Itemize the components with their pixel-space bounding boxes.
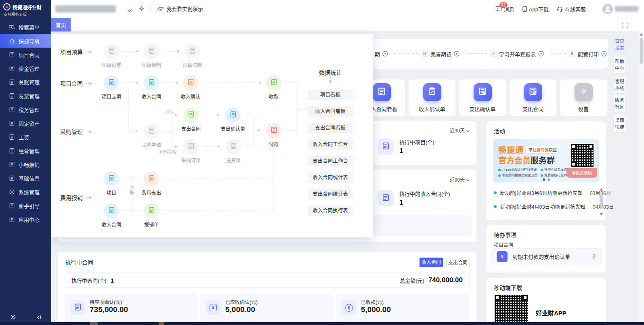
- stepper-step-partial[interactable]: 期: [375, 49, 388, 58]
- play-icon[interactable]: [382, 51, 388, 57]
- stats-button-income-stats[interactable]: 收入合同统计表: [308, 172, 353, 183]
- flow-node-fee-expense[interactable]: 费用支出: [133, 171, 170, 196]
- app-download-button[interactable]: App下载: [522, 5, 549, 13]
- kpi-value: 1: [399, 147, 434, 155]
- stats-button-income-workbench[interactable]: 收入合同工作台: [308, 139, 353, 150]
- document-icon: [148, 207, 155, 215]
- tool-service-hotline[interactable]: 客服热线: [614, 77, 625, 93]
- settings-gear-icon[interactable]: [10, 314, 16, 320]
- scroll-down-icon[interactable]: [600, 213, 603, 216]
- app-window: 畅捷通好业财 商务服务专版 搜索菜单 快捷导航 项目合同 资金管理 总账管理 发…: [0, 0, 644, 325]
- shortcut-income-confirm[interactable]: 收入确认单: [409, 80, 455, 116]
- sidebar-item-tax[interactable]: 税务管理: [0, 103, 51, 116]
- tool-service-community[interactable]: 服务社区: [614, 95, 625, 112]
- expense-contract-toggle[interactable]: 支出合同: [446, 258, 470, 267]
- news-item[interactable]: 新功能|好业财3月6日功能更新抢先知 03月06日: [494, 189, 611, 197]
- stepper-step-8[interactable]: 8 配置打印: [568, 49, 607, 58]
- sidebar-item-search-menu[interactable]: 搜索菜单: [0, 20, 51, 34]
- stats-button-expense-stats[interactable]: 支出合同统计表: [308, 189, 353, 199]
- tab-home[interactable]: 首页: [51, 18, 71, 31]
- flow-node-budget-control[interactable]: 预算控制: [174, 44, 210, 68]
- document-icon: [148, 47, 155, 56]
- flow-node-income-confirm[interactable]: 收入确认: [172, 75, 209, 100]
- news-item[interactable]: 新功能|好业财4月03日功能更新抢先知 04月03日: [494, 203, 614, 210]
- topbar-gear-icon[interactable]: [138, 6, 145, 13]
- stats-button-expense-workbench[interactable]: 支出合同工作台: [308, 156, 353, 166]
- document-icon: [187, 79, 194, 87]
- flow-node-project-init[interactable]: 项目立项: [93, 75, 130, 100]
- play-icon[interactable]: [538, 51, 544, 57]
- page-scrollbar[interactable]: [638, 31, 644, 325]
- range-select[interactable]: 近90天: [450, 176, 469, 183]
- username-redacted: [615, 6, 638, 12]
- sidebar-item-basic-info[interactable]: 基础信息: [0, 171, 51, 185]
- sidebar-item-salary[interactable]: 工资: [0, 130, 51, 144]
- company-name-redacted[interactable]: [55, 5, 116, 13]
- range-select[interactable]: 近90天: [450, 127, 469, 134]
- panel-title: 待办事项: [494, 231, 516, 239]
- carousel-dots[interactable]: [543, 178, 550, 181]
- invoice-icon: [8, 93, 15, 99]
- sidebar-item-operations[interactable]: 经营管理: [0, 144, 51, 157]
- flow-node-budget-setup[interactable]: 预算设置: [93, 44, 130, 68]
- flow-node-purchase-order[interactable]: 采购订单: [173, 139, 209, 164]
- sidebar-item-app-center[interactable]: 应用中心: [0, 212, 51, 226]
- messages-button[interactable]: 消息 62: [495, 5, 514, 13]
- sidebar-item-quick-nav[interactable]: 快捷导航: [0, 34, 51, 48]
- demo-link[interactable]: 我要看实例演示: [157, 5, 203, 13]
- stats-button-expense-board[interactable]: 支出合同看板: [308, 123, 353, 133]
- app-name: 好业财APP: [536, 308, 566, 317]
- company-select-chevron-icon[interactable]: [127, 6, 132, 14]
- project-contract-icon: [8, 52, 15, 58]
- contract-count: 1: [111, 277, 114, 284]
- collapse-sidebar-icon[interactable]: [36, 315, 42, 320]
- sidebar-item-xiaochang-expense[interactable]: 小畅报销: [0, 157, 51, 171]
- sidebar-item-project-contract[interactable]: 项目合同: [0, 48, 51, 61]
- shortcut-expense-confirm[interactable]: 支出确认单: [459, 80, 506, 116]
- flow-node-receipt[interactable]: 收款: [256, 75, 292, 100]
- sidebar-item-system[interactable]: 系统管理: [0, 185, 51, 199]
- avatar: [602, 4, 613, 14]
- scroll-up-icon[interactable]: [600, 188, 603, 191]
- flow-node-purchase-request[interactable]: 采购申请: [133, 124, 170, 148]
- gear-icon: [581, 88, 587, 96]
- scroll-thumb[interactable]: [600, 195, 603, 209]
- flow-node-expense-contract[interactable]: 支出合同: [173, 107, 209, 132]
- tool-desktop-shortcut[interactable]: 桌面快捷: [614, 115, 625, 132]
- stepper-step-6[interactable]: 6 完善期初: [421, 49, 459, 58]
- sidebar-item-fixed-assets[interactable]: 固定资产: [0, 116, 51, 130]
- flow-node-payment[interactable]: 付款: [256, 123, 292, 147]
- flow-node-income-contract-2[interactable]: 收入合同: [93, 203, 130, 228]
- shortcut-expense-contract[interactable]: 支出合同: [510, 80, 556, 116]
- scroll-up-icon[interactable]: [640, 33, 643, 36]
- scroll-thumb[interactable]: [640, 38, 643, 64]
- sidebar-item-funds[interactable]: 资金管理: [0, 61, 51, 75]
- tool-help-center[interactable]: 帮助中心: [614, 57, 625, 73]
- stats-button-project-board[interactable]: 项目看板: [308, 90, 353, 100]
- funds-icon: [8, 65, 15, 71]
- play-icon[interactable]: [454, 51, 459, 57]
- todo-item[interactable]: ¥ 到期未付款的支出确认单 2: [491, 248, 601, 264]
- tool-home-settings[interactable]: 首页设置: [614, 36, 625, 53]
- online-service-button[interactable]: 在线客服: [557, 5, 586, 13]
- stepper-step-7[interactable]: 7 学习开单查报表: [490, 49, 544, 58]
- flow-node-goods-receipt[interactable]: 进货单: [215, 139, 252, 164]
- flow-node-reimburse-form[interactable]: 报销单: [133, 203, 170, 228]
- flow-node-expense-confirm[interactable]: 支出确认单: [215, 107, 251, 132]
- promo-banner[interactable]: 畅捷通 享社群专属权益 官方会员服务群 7×15h资深顾问在线答疑 社群会员专享…: [493, 139, 599, 182]
- income-contract-toggle[interactable]: 收入合同: [420, 258, 443, 267]
- sidebar-footer: [0, 314, 51, 320]
- activity-scrollbar[interactable]: [599, 188, 604, 216]
- flow-node-budget-compile[interactable]: 预算编制: [133, 44, 170, 68]
- fullscreen-icon[interactable]: [622, 23, 628, 28]
- flow-node-income-contract[interactable]: 收入合同: [133, 75, 170, 100]
- flow-node-project[interactable]: 项目: [93, 171, 130, 196]
- stats-button-income-exec[interactable]: 收入合同执行表: [308, 205, 353, 216]
- play-icon[interactable]: [601, 51, 607, 57]
- user-account[interactable]: [602, 4, 638, 14]
- sidebar-item-general-ledger[interactable]: 总账管理: [0, 75, 51, 89]
- sidebar-item-beginner-guide[interactable]: 新手引导: [0, 199, 51, 212]
- stats-button-income-board[interactable]: 收入合同看板: [308, 106, 353, 117]
- sidebar-item-invoice[interactable]: 发票管理: [0, 89, 51, 103]
- shortcut-settings[interactable]: 设置: [560, 80, 607, 116]
